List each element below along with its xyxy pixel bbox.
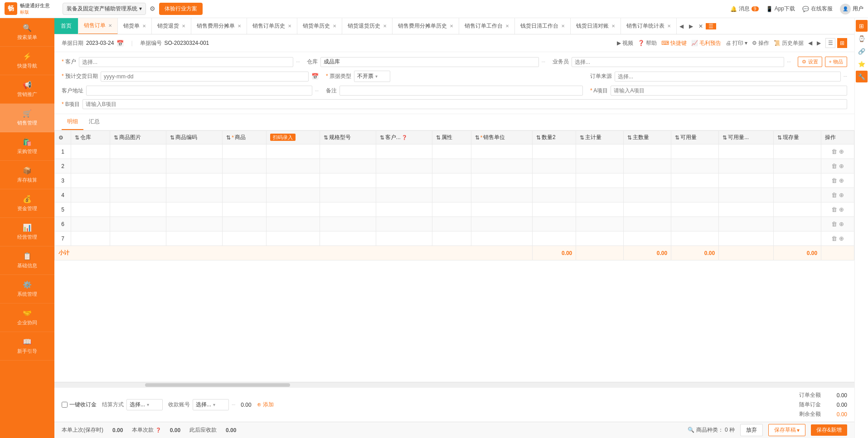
row-4-delete-icon[interactable]: 🗑 [831,192,837,198]
row-3-copy-icon[interactable]: ⊕ [839,177,844,184]
sidebar-item-system[interactable]: ⚙️ 系统管理 [0,275,54,303]
row-5-attr[interactable] [432,202,471,217]
th-current[interactable]: ⇅现存量 [774,131,821,144]
tab-detail[interactable]: 明细 [62,114,83,130]
row-2-copy-icon[interactable]: ⊕ [839,163,844,169]
app-selector[interactable]: 装备及固定资产辅助管理系统 ▾ [63,3,146,15]
payment-select[interactable]: 选择... ▾ [126,399,163,410]
row-6-goods[interactable] [223,217,266,231]
right-btn-1[interactable]: ⊞ [856,20,868,32]
operate-btn[interactable]: ⚙ 操作 [752,39,769,47]
row-1-main-unit[interactable] [576,144,624,159]
row-6-code[interactable] [166,217,222,231]
tab-order-history-close[interactable]: ✕ [288,24,291,29]
row-5-delete-icon[interactable]: 🗑 [831,206,837,213]
add-goods-button[interactable]: + 物品 [825,57,847,67]
row-7-copy-icon[interactable]: ⊕ [839,235,844,242]
row-4-available[interactable] [671,188,719,202]
row-1-spec[interactable] [320,144,376,159]
row-4-main-unit[interactable] [576,188,624,202]
sidebar-item-purchase[interactable]: 🛍️ 采购管理 [0,132,54,161]
row-6-spec[interactable] [320,217,376,231]
row-1-goods[interactable] [223,144,266,159]
row-2-available2[interactable] [719,159,774,173]
row-3-spec[interactable] [320,173,376,188]
tab-nav-close-all[interactable]: ✕ [696,23,706,29]
tab-expense-history-close[interactable]: ✕ [450,24,453,29]
tab-slip-history-close[interactable]: ✕ [333,24,336,29]
row-1-warehouse[interactable] [71,144,110,159]
discard-button[interactable]: 放弃 [740,424,763,436]
row-7-code[interactable] [166,231,222,246]
row-4-image[interactable] [110,188,166,202]
row-2-goods[interactable] [223,159,266,173]
row-2-delete-icon[interactable]: 🗑 [831,163,837,169]
row-3-code[interactable] [166,173,222,188]
prev-record-btn[interactable]: ◀ [808,40,812,46]
th-main-qty[interactable]: ⇅主数量 [624,131,671,144]
tab-nav-left[interactable]: ◀ [677,23,686,29]
scroll-thumb[interactable] [145,383,290,387]
tab-sales-return[interactable]: 销货退货 ✕ [152,18,191,34]
row-7-goods[interactable] [223,231,266,246]
tab-expense-split-close[interactable]: ✕ [238,24,241,29]
row-4-copy-icon[interactable]: ⊕ [839,192,844,198]
tab-return-history-close[interactable]: ✕ [383,24,387,29]
row-4-code[interactable] [166,188,222,202]
row-6-available2[interactable] [719,217,774,231]
tab-nav-menu[interactable]: ☰ [706,23,716,29]
row-5-main-qty[interactable] [624,202,671,217]
scan-btn[interactable]: 扫码录入 [270,134,296,141]
row-4-spec[interactable] [320,188,376,202]
row-5-current[interactable] [774,202,821,217]
row-7-qty2[interactable] [532,231,576,246]
shortcut-btn[interactable]: ⌨ 快捷键 [661,39,687,47]
row-5-goods[interactable] [223,202,266,217]
tab-stats-close[interactable]: ✕ [667,24,671,29]
row-3-qty2[interactable] [532,173,576,188]
right-btn-3[interactable]: 🔗 [856,45,868,57]
row-7-attr[interactable] [432,231,471,246]
row-3-unit[interactable] [471,173,532,188]
row-1-customer-code[interactable] [376,144,432,159]
warehouse-input[interactable] [320,57,538,67]
row-5-unit[interactable] [471,202,532,217]
th-settings[interactable]: ⚙ [55,131,71,144]
row-3-goods[interactable] [223,173,266,188]
row-7-unit[interactable] [471,231,532,246]
tab-expense-history[interactable]: 销售费用分摊单历史 ✕ [393,18,459,34]
row-7-main-unit[interactable] [576,231,624,246]
row-5-warehouse[interactable] [71,202,110,217]
th-code[interactable]: ⇅商品编码 [166,131,222,144]
row-2-attr[interactable] [432,159,471,173]
sidebar-item-marketing[interactable]: 📢 营销推广 [0,75,54,104]
right-btn-2[interactable]: ⌚ [856,33,868,44]
row-1-available2[interactable] [719,144,774,159]
row-5-copy-icon[interactable]: ⊕ [839,206,844,213]
th-attr[interactable]: ⇅属性 [432,131,471,144]
row-1-copy-icon[interactable]: ⊕ [839,148,844,155]
settings-button[interactable]: ⚙ 设置 [798,57,822,67]
row-5-code[interactable] [166,202,222,217]
row-5-qty2[interactable] [532,202,576,217]
tab-reconcile-close[interactable]: ✕ [611,24,615,29]
row-3-image[interactable] [110,173,166,188]
row-5-available[interactable] [671,202,719,217]
th-spec[interactable]: ⇅规格型号 [320,131,376,144]
row-2-main-qty[interactable] [624,159,671,173]
tab-daily-workbench[interactable]: 钱货日清工作台 ✕ [515,18,571,34]
row-4-warehouse[interactable] [71,188,110,202]
row-1-qty2[interactable] [532,144,576,159]
industry-btn[interactable]: 体验行业方案 [159,3,203,15]
row-2-unit[interactable] [471,159,532,173]
layout-list-btn[interactable]: ☰ [825,38,835,48]
row-7-current[interactable] [774,231,821,246]
row-1-available[interactable] [671,144,719,159]
row-4-current[interactable] [774,188,821,202]
row-6-available[interactable] [671,217,719,231]
customer-input[interactable] [79,57,293,67]
tab-sales-order[interactable]: 销售订单 ✕ [78,18,118,34]
row-6-warehouse[interactable] [71,217,110,231]
row-4-unit[interactable] [471,188,532,202]
th-qty2[interactable]: ⇅数量2 [532,131,576,144]
